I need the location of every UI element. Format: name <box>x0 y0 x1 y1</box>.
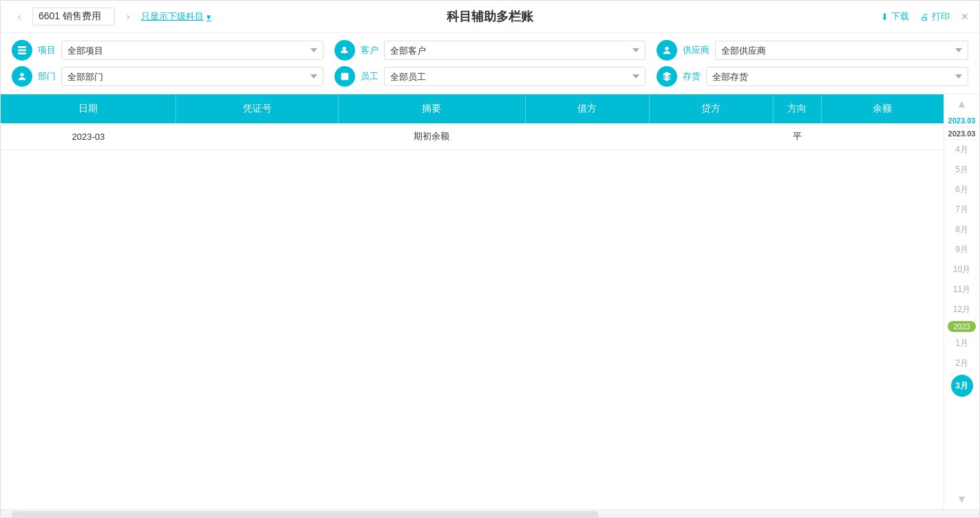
customer-select[interactable]: 全部客户 <box>384 41 646 60</box>
table-area: 日期 凭证号 摘要 借方 贷方 方向 余额 2023-03 期初余额 <box>1 94 979 509</box>
timeline-period-1[interactable]: 2023.03 <box>944 114 979 127</box>
cell-date: 2023-03 <box>1 123 176 150</box>
timeline-month-2[interactable]: 2月 <box>944 353 979 373</box>
timeline-month-1[interactable]: 1月 <box>944 333 979 353</box>
ledger-table: 日期 凭证号 摘要 借方 贷方 方向 余额 2023-03 期初余额 <box>1 94 944 150</box>
customer-icon <box>334 40 355 61</box>
filter-item-inventory: 存货 全部存货 <box>657 66 968 87</box>
supplier-select[interactable]: 全部供应商 <box>715 41 968 60</box>
filter-row-2: 部门 全部部门 员工 全部员工 存货 <box>12 66 968 87</box>
table-header-row: 日期 凭证号 摘要 借方 贷方 方向 余额 <box>1 94 944 123</box>
inventory-icon <box>657 66 677 87</box>
svg-rect-2 <box>18 52 26 54</box>
print-icon: 🖨 <box>920 12 929 22</box>
prev-account-button[interactable]: ‹ <box>12 9 27 24</box>
timeline-period-2[interactable]: 2023.03 <box>944 127 979 140</box>
show-sub-label: 只显示下级科目 <box>141 10 204 23</box>
chevron-down-icon: ▾ <box>206 12 211 22</box>
inventory-label: 存货 <box>683 70 701 83</box>
col-direction: 方向 <box>773 94 821 123</box>
filter-item-supplier: 供应商 全部供应商 <box>657 40 968 61</box>
timeline-month-11[interactable]: 11月 <box>944 280 979 300</box>
project-select[interactable]: 全部项目 <box>61 41 323 60</box>
main-window: ‹ 6601 销售费用 › 只显示下级科目 ▾ 科目辅助多栏账 ⬇ 下载 🖨 打… <box>0 0 980 518</box>
title-bar-left: ‹ 6601 销售费用 › 只显示下级科目 ▾ <box>12 8 211 25</box>
next-account-button[interactable]: › <box>120 9 136 24</box>
svg-point-4 <box>665 47 669 50</box>
download-label: 下载 <box>891 10 909 23</box>
department-icon <box>12 66 32 87</box>
timeline-month-6[interactable]: 6月 <box>944 180 979 200</box>
download-button[interactable]: ⬇ 下载 <box>881 10 909 23</box>
col-balance: 余额 <box>821 94 944 123</box>
svg-point-3 <box>342 47 345 50</box>
inventory-select[interactable]: 全部存货 <box>706 67 968 86</box>
cell-direction: 平 <box>773 123 821 150</box>
filter-item-project: 项目 全部项目 <box>12 40 323 61</box>
col-debit: 借方 <box>525 94 649 123</box>
timeline-month-7[interactable]: 7月 <box>944 200 979 220</box>
svg-point-5 <box>20 73 23 76</box>
filter-area: 项目 全部项目 客户 全部客户 供应商 <box>1 33 979 94</box>
title-bar: ‹ 6601 销售费用 › 只显示下级科目 ▾ 科目辅助多栏账 ⬇ 下载 🖨 打… <box>1 1 979 33</box>
department-label: 部门 <box>38 70 56 83</box>
col-credit: 贷方 <box>649 94 773 123</box>
title-bar-right: ⬇ 下载 🖨 打印 × <box>881 10 968 24</box>
print-label: 打印 <box>932 10 950 23</box>
filter-item-employee: 员工 全部员工 <box>334 66 646 87</box>
show-sub-button[interactable]: 只显示下级科目 ▾ <box>141 10 211 23</box>
col-voucher: 凭证号 <box>176 94 339 123</box>
cell-debit <box>525 123 649 150</box>
timeline-scroll-down[interactable]: ▼ <box>944 490 979 509</box>
timeline-month-8[interactable]: 8月 <box>944 220 979 240</box>
timeline-scroll-up[interactable]: ▲ <box>944 94 979 114</box>
close-button[interactable]: × <box>961 10 968 24</box>
horizontal-scrollbar[interactable] <box>1 509 979 517</box>
department-select[interactable]: 全部部门 <box>61 67 323 86</box>
employee-icon <box>334 66 355 87</box>
col-summary: 摘要 <box>339 94 526 123</box>
customer-label: 客户 <box>361 44 379 56</box>
page-title: 科目辅助多栏账 <box>447 8 533 25</box>
cell-voucher <box>176 123 339 150</box>
supplier-label: 供应商 <box>683 44 710 56</box>
filter-item-customer: 客户 全部客户 <box>334 40 646 61</box>
print-button[interactable]: 🖨 打印 <box>920 10 950 23</box>
project-label: 项目 <box>38 44 56 56</box>
timeline-month-9[interactable]: 9月 <box>944 240 979 260</box>
year-badge[interactable]: 2023 <box>948 321 975 332</box>
account-code-display: 6601 销售费用 <box>32 8 115 25</box>
download-icon: ⬇ <box>881 12 888 22</box>
filter-row-1: 项目 全部项目 客户 全部客户 供应商 <box>12 40 968 61</box>
svg-rect-1 <box>18 50 26 52</box>
timeline-month-5[interactable]: 5月 <box>944 160 979 180</box>
svg-rect-6 <box>341 73 348 81</box>
employee-label: 员工 <box>361 70 379 83</box>
table-row: 2023-03 期初余额 平 <box>1 123 944 150</box>
timeline-items: 2023.03 2023.03 4月 5月 6月 7月 8月 9月 10月 11… <box>944 114 979 490</box>
svg-rect-0 <box>18 46 26 48</box>
timeline-month-12[interactable]: 12月 <box>944 300 979 320</box>
cell-credit <box>649 123 773 150</box>
supplier-icon <box>657 40 677 61</box>
col-date: 日期 <box>1 94 176 123</box>
cell-balance <box>821 123 944 150</box>
project-icon <box>12 40 32 61</box>
filter-item-department: 部门 全部部门 <box>12 66 323 87</box>
cell-summary: 期初余额 <box>339 123 526 150</box>
side-timeline: ▲ 2023.03 2023.03 4月 5月 6月 7月 8月 9月 10月 … <box>944 94 979 509</box>
employee-select[interactable]: 全部员工 <box>384 67 646 86</box>
timeline-month-3-selected[interactable]: 3月 <box>951 375 973 397</box>
timeline-month-10[interactable]: 10月 <box>944 260 979 280</box>
timeline-month-4[interactable]: 4月 <box>944 140 979 160</box>
